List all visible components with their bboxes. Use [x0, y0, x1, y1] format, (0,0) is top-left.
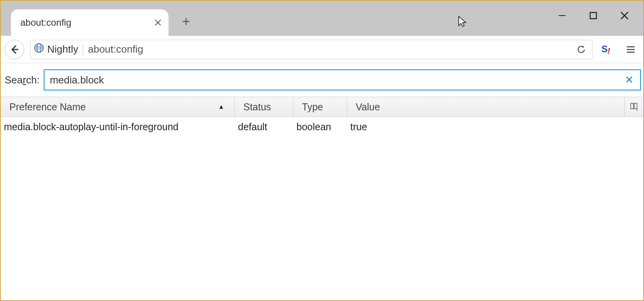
search-label: Search: — [5, 74, 40, 86]
pref-value-cell: true — [347, 121, 643, 133]
column-header-status-label: Status — [243, 101, 271, 113]
sort-ascending-icon: ▲ — [218, 103, 224, 110]
svg-rect-19 — [631, 103, 633, 109]
close-tab-icon[interactable] — [151, 16, 165, 29]
prefs-table-row[interactable]: media.block-autoplay-until-in-foreground… — [1, 117, 643, 136]
search-label-accesskey: r — [23, 74, 26, 86]
pref-name-cell: media.block-autoplay-until-in-foreground — [1, 121, 235, 133]
search-label-post: ch: — [26, 74, 40, 86]
back-button[interactable] — [5, 40, 24, 59]
titlebar: about:config — [1, 1, 643, 36]
column-header-name[interactable]: Preference Name ▲ — [1, 97, 235, 117]
column-header-type[interactable]: Type — [293, 97, 347, 117]
minimize-button[interactable] — [555, 9, 569, 23]
config-search-row: Search: — [1, 63, 643, 97]
window-controls — [555, 1, 643, 23]
search-box — [44, 69, 641, 90]
search-label-pre: Sea — [5, 74, 23, 86]
column-header-value[interactable]: Value — [347, 97, 624, 117]
pref-status-cell: default — [235, 121, 293, 133]
svg-text:!: ! — [607, 46, 610, 55]
maximize-button[interactable] — [586, 9, 600, 23]
address-bar[interactable]: Nightly about:config — [30, 40, 593, 59]
nav-toolbar: Nightly about:config S ! — [1, 36, 643, 63]
browser-tab[interactable]: about:config — [11, 9, 169, 36]
reload-button[interactable] — [573, 42, 589, 57]
pref-type-cell: boolean — [293, 121, 347, 133]
identity-label: Nightly — [47, 43, 78, 55]
column-header-type-label: Type — [302, 101, 323, 113]
extension-icon[interactable]: S ! — [599, 41, 616, 58]
tab-title: about:config — [20, 17, 71, 28]
search-input[interactable] — [50, 74, 624, 86]
column-header-value-label: Value — [356, 101, 380, 113]
hamburger-menu-icon[interactable] — [622, 41, 639, 58]
svg-rect-20 — [634, 103, 637, 109]
column-header-status[interactable]: Status — [235, 97, 293, 117]
svg-rect-5 — [590, 12, 596, 19]
column-header-name-label: Preference Name — [9, 101, 86, 113]
url-text: about:config — [83, 43, 573, 55]
close-window-button[interactable] — [617, 9, 632, 23]
new-tab-button[interactable] — [178, 13, 194, 30]
prefs-table-header: Preference Name ▲ Status Type Value — [1, 97, 643, 117]
column-picker-button[interactable] — [624, 97, 643, 117]
clear-search-icon[interactable] — [624, 74, 635, 86]
globe-icon — [34, 43, 44, 56]
identity-box[interactable]: Nightly — [34, 42, 83, 57]
svg-text:S: S — [601, 44, 608, 54]
